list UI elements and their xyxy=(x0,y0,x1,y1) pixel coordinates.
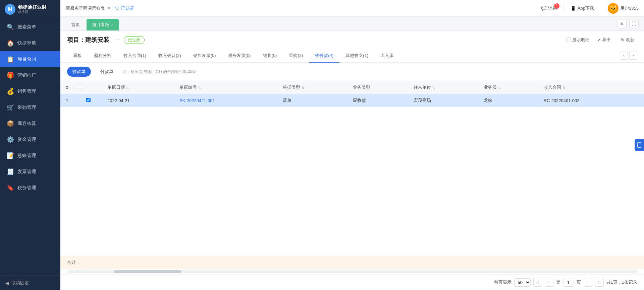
per-page-label: 每页显示 xyxy=(494,279,512,285)
col-biz-type-label: 业务类型 xyxy=(353,85,370,90)
sidebar-item-invoice[interactable]: 🧾 发票管理 xyxy=(0,164,60,180)
total-label: 合计： xyxy=(67,260,80,266)
tax-icon: 🔖 xyxy=(7,184,14,192)
tab-expand-btn[interactable]: ⛶ xyxy=(629,19,639,28)
sidebar-item-tax[interactable]: 🔖 税务管理 xyxy=(0,180,60,196)
export-btn[interactable]: ↗ 导出 xyxy=(594,35,613,44)
message-badge: 1 xyxy=(554,3,559,9)
sub-tab-profit[interactable]: 盈利分析 xyxy=(88,49,117,63)
col-gear[interactable]: ⚙ xyxy=(60,81,74,94)
col-doc-date[interactable]: 单据日期 ⇅ xyxy=(103,81,175,94)
col-partner[interactable]: 往来单位 ⇅ xyxy=(410,81,480,94)
footer-total: 合计： xyxy=(60,256,644,269)
sidebar: 财 畅捷通好业财 标准版 🔍 搜索菜单 🏠 快捷导航 📋 项目合同 🎁 营销推广… xyxy=(0,0,60,290)
cancel-fixed-label: 取消固定 xyxy=(11,280,29,286)
sidebar-label-inventory: 库存核算 xyxy=(17,121,36,127)
sidebar-label-tax: 税务管理 xyxy=(17,185,36,191)
page-last-btn[interactable]: ⟩⟩ xyxy=(595,278,604,287)
sidebar-item-project-contract[interactable]: 📋 项目合同 xyxy=(0,51,60,67)
mobile-icon: 📱 xyxy=(571,6,576,11)
shield-icon: 🛡 xyxy=(115,6,120,11)
sidebar-item-marketing[interactable]: 🎁 营销推广 xyxy=(0,67,60,83)
refresh-btn[interactable]: ↻ 刷新 xyxy=(618,35,637,44)
sort-icon-partner: ⇅ xyxy=(432,86,435,89)
app-download-btn[interactable]: 📱 App下载 xyxy=(571,5,594,11)
sidebar-label-marketing: 营销推广 xyxy=(17,72,36,78)
sub-tab-income-confirm[interactable]: 收入确认(2) xyxy=(152,49,187,63)
tab-close-icon[interactable]: × xyxy=(111,23,113,27)
sub-tab-in-out[interactable]: 出入库 xyxy=(374,49,399,63)
sub-tab-nav: ‹ › xyxy=(620,52,637,60)
row-checkbox[interactable] xyxy=(86,98,91,102)
sub-tabs: 看板 盈利分析 收入合同(1) 收入确认(2) 销售发票(0) 税务发票(0) … xyxy=(60,49,644,63)
sub-tab-collection[interactable]: 收付款(4) xyxy=(309,49,339,63)
project-title: 项目：建筑安装 xyxy=(67,36,109,44)
sidebar-nav: 🔍 搜索菜单 🏠 快捷导航 📋 项目合同 🎁 营销推广 💰 销售管理 🛒 采购管… xyxy=(0,19,60,276)
cancel-fixed-btn[interactable]: ◀ 取消固定 xyxy=(0,276,60,290)
col-doc-no-label: 单据编号 xyxy=(179,84,197,90)
sort-icon-date: ⇅ xyxy=(126,86,129,89)
sidebar-label-search: 搜索菜单 xyxy=(17,24,36,30)
toggle-note: 注：这里是与项目关联的全部收付款单哦～ xyxy=(123,69,199,75)
topbar-divider-2 xyxy=(601,5,601,12)
show-detail-checkbox[interactable] xyxy=(566,38,571,42)
page-first-btn[interactable]: ⟨⟨ xyxy=(533,278,542,287)
tab-project-kanban[interactable]: 项目看板 × xyxy=(87,19,119,30)
col-doc-type-label: 单据类型 xyxy=(283,84,300,90)
sub-tab-sales[interactable]: 销售(0) xyxy=(257,49,283,63)
show-detail-label[interactable]: 显示明细 xyxy=(566,37,590,43)
sub-tab-prev[interactable]: ‹ xyxy=(620,52,628,60)
sidebar-item-ledger[interactable]: 📝 总账管理 xyxy=(0,148,60,164)
sub-tab-next[interactable]: › xyxy=(629,52,637,60)
row-income-contract: RC-20220401-002 xyxy=(540,94,644,107)
scrollbar-row xyxy=(60,269,644,274)
per-page-select[interactable]: 50 xyxy=(514,278,531,287)
tab-close-btn[interactable]: ✕ xyxy=(617,19,627,28)
right-panel-btn[interactable] xyxy=(635,139,644,151)
page-next-btn[interactable]: › xyxy=(584,278,592,287)
sidebar-item-purchase[interactable]: 🛒 采购管理 xyxy=(0,99,60,116)
sidebar-item-quick-nav[interactable]: 🏠 快捷导航 xyxy=(0,35,60,51)
inventory-icon: 📦 xyxy=(7,120,14,127)
tab-home[interactable]: 首页 xyxy=(66,19,85,30)
sub-tab-other-income[interactable]: 其他收支(1) xyxy=(339,49,374,63)
sales-icon: 💰 xyxy=(7,88,14,95)
row-index: 1 xyxy=(60,94,74,107)
col-check[interactable] xyxy=(74,81,103,94)
sidebar-item-search[interactable]: 🔍 搜索菜单 xyxy=(0,19,60,35)
project-more-btn[interactable]: ··· xyxy=(113,37,120,43)
row-check[interactable] xyxy=(74,94,103,107)
col-salesperson[interactable]: 业务员 ⇅ xyxy=(480,81,539,94)
col-doc-no[interactable]: 单据编号 ⇅ xyxy=(175,81,279,94)
sort-icon-type: ⇅ xyxy=(302,86,304,89)
col-doc-type[interactable]: 单据类型 ⇅ xyxy=(279,81,349,94)
scrollbar-track[interactable] xyxy=(67,270,637,273)
page-input[interactable] xyxy=(563,278,574,287)
page-prev-btn[interactable]: ‹ xyxy=(545,278,553,287)
sub-tab-tax-invoice[interactable]: 税务发票(0) xyxy=(222,49,257,63)
sub-tab-kanban[interactable]: 看板 xyxy=(67,49,88,63)
doc-no-link[interactable]: SK-20220421-001 xyxy=(179,98,215,103)
sub-tab-purchase[interactable]: 采购(2) xyxy=(283,49,309,63)
sidebar-item-inventory[interactable]: 📦 库存核算 xyxy=(0,116,60,132)
row-doc-no[interactable]: SK-20220421-001 xyxy=(175,94,279,107)
row-doc-date: 2022-04-21 xyxy=(103,94,175,107)
payment-btn[interactable]: 付款单 xyxy=(95,67,119,77)
sidebar-logo: 财 畅捷通好业财 标准版 xyxy=(0,0,60,19)
user-btn[interactable]: 🐱 用户3355 xyxy=(608,3,639,14)
pin-icon: ◀ xyxy=(5,281,9,286)
refresh-icon: ↻ xyxy=(621,38,625,43)
export-icon: ↗ xyxy=(597,38,601,43)
col-income-contract[interactable]: 收入合同 ⇅ xyxy=(540,81,644,94)
account-selector[interactable]: 新服务官网演示账套 ▼ xyxy=(66,5,111,11)
sub-tab-sales-invoice[interactable]: 销售发票(0) xyxy=(187,49,222,63)
scrollbar-thumb[interactable] xyxy=(114,270,181,273)
message-btn[interactable]: 💬 消息 1 xyxy=(541,5,557,11)
sidebar-item-sales[interactable]: 💰 销售管理 xyxy=(0,83,60,99)
select-all-checkbox[interactable] xyxy=(78,85,82,89)
table-row[interactable]: 1 2022-04-21 SK-20220421-001 蓝单 应收款 宏茂商场… xyxy=(60,94,644,107)
collection-btn[interactable]: 收款单 xyxy=(67,67,91,77)
sub-tab-income-contract[interactable]: 收入合同(1) xyxy=(117,49,152,63)
sidebar-label-ledger: 总账管理 xyxy=(17,153,36,159)
sidebar-item-capital[interactable]: ⚙️ 资金管理 xyxy=(0,132,60,148)
